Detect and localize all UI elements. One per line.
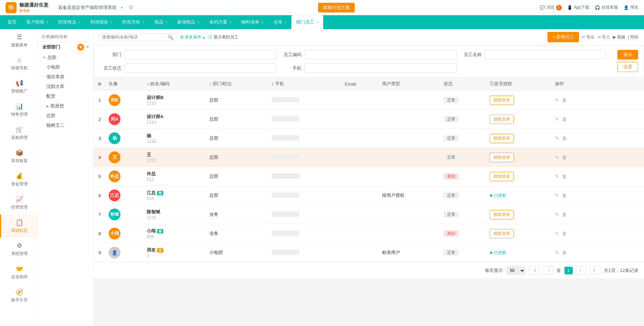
filter-status-select[interactable] xyxy=(124,63,276,73)
auth-btn[interactable]: 授权登录 xyxy=(490,134,514,143)
sidebar-item-collab[interactable]: 🤝 企业协同 xyxy=(0,261,38,284)
sidebar-item-search[interactable]: ☰ 搜索菜单 xyxy=(0,29,38,52)
delete-btn[interactable]: 🗑 xyxy=(562,116,567,122)
nav-item-history[interactable]: 经营历程 × xyxy=(117,15,149,29)
dept-node-shuangzuo[interactable]: ▶ 双座想 xyxy=(38,101,93,111)
page-last-btn[interactable]: 》 xyxy=(590,266,600,275)
edit-btn[interactable]: ✎ xyxy=(555,250,559,255)
close-icon[interactable]: × xyxy=(78,20,80,24)
nav-item-dept[interactable]: 部门员工 × xyxy=(291,15,323,29)
dept-node-zhishu[interactable]: 植树王二 xyxy=(38,121,93,130)
delete-btn[interactable]: 🗑 xyxy=(562,250,567,255)
help-btn[interactable]: | 帮助 xyxy=(628,34,638,40)
edit-btn[interactable]: ✎ xyxy=(555,155,559,160)
nav-item-barcode[interactable]: 条码方案 × xyxy=(205,15,236,29)
reset-btn[interactable]: 设置 xyxy=(617,62,638,72)
page-size-select[interactable]: 50 100 200 xyxy=(506,266,525,275)
dept-node-root[interactable]: ▼ 总部 xyxy=(38,53,93,62)
more-filter-btn[interactable]: ⊞ 更多条件 ▴ xyxy=(180,34,205,40)
dept-node-project[interactable]: 项目库房 xyxy=(38,72,93,82)
sidebar-item-system[interactable]: ⚙ 系统管理 xyxy=(0,238,38,261)
close-icon[interactable]: × xyxy=(197,20,199,24)
nav-item-goods[interactable]: 商品 × xyxy=(149,15,172,29)
search-input[interactable] xyxy=(102,35,168,39)
online-service-btn[interactable]: 🎧 在线客服 xyxy=(595,5,618,10)
edit-btn[interactable]: ✎ xyxy=(555,212,559,217)
search-icon[interactable]: 🔍 xyxy=(168,35,173,40)
close-icon[interactable]: × xyxy=(46,20,48,24)
try-btn[interactable]: 体验行业方案 xyxy=(318,3,355,12)
close-icon[interactable]: × xyxy=(110,20,112,24)
dept-node-peihuo[interactable]: 配货 xyxy=(38,91,93,101)
filter-name-input[interactable] xyxy=(484,50,606,59)
delete-btn[interactable]: 🗑 xyxy=(562,155,567,160)
filter-phone-input[interactable] xyxy=(304,63,456,73)
auth-btn[interactable]: 授权登录 xyxy=(490,96,514,105)
app-download-btn[interactable]: 📱 App下载 xyxy=(567,5,589,10)
sys-dropdown-icon[interactable]: ▾ xyxy=(121,5,123,10)
auth-btn[interactable]: 授权登录 xyxy=(490,115,514,124)
dept-collapse-btn[interactable]: « xyxy=(86,44,89,51)
col-name[interactable]: ↕ 姓名/编码 xyxy=(144,77,206,91)
edit-btn[interactable]: ✎ xyxy=(555,174,559,179)
sidebar-item-management[interactable]: 📈 经营管理 xyxy=(0,191,38,214)
msg-btn[interactable]: 💬 消息 5 xyxy=(540,5,562,10)
dept-node-zongbu[interactable]: 总部 xyxy=(38,111,93,121)
page-first-btn[interactable]: 《 xyxy=(529,266,539,275)
nav-item-home[interactable]: 首页 xyxy=(3,15,21,29)
nav-item-profit[interactable]: 利润报告 × xyxy=(85,15,117,29)
close-icon[interactable]: × xyxy=(284,20,287,24)
delete-btn[interactable]: 🗑 xyxy=(562,174,567,179)
edit-btn[interactable]: ✎ xyxy=(555,116,559,122)
delete-btn[interactable]: 🗑 xyxy=(562,231,567,236)
auth-btn[interactable]: 授权登录 xyxy=(490,153,514,162)
close-icon-dept[interactable]: × xyxy=(316,20,318,24)
page-prev-btn[interactable]: 〈 xyxy=(543,266,553,275)
sidebar-item-finance[interactable]: 💰 资金管理 xyxy=(0,168,38,191)
nav-item-warehouse[interactable]: 仓库 × xyxy=(269,15,291,29)
sidebar-item-basic[interactable]: 📋 基础信息 xyxy=(0,214,38,238)
col-dept[interactable]: ↕ 部门/职位 xyxy=(207,77,269,91)
sidebar-item-shortcut[interactable]: ⌂ 快捷导航 xyxy=(0,52,38,75)
sidebar-item-inventory[interactable]: 📦 库存核算 xyxy=(0,145,38,168)
dept-node-xiaodian[interactable]: 小电部 xyxy=(38,62,93,72)
edit-btn[interactable]: ✎ xyxy=(555,97,559,103)
close-icon[interactable]: × xyxy=(229,20,232,24)
filter-code-input[interactable] xyxy=(304,50,456,59)
delete-btn[interactable]: 🗑 xyxy=(562,212,567,217)
nav-item-business[interactable]: 经营情况 × xyxy=(53,15,85,29)
add-employee-btn[interactable]: + 新增员工 xyxy=(547,32,579,42)
auth-btn[interactable]: 授权登录 xyxy=(490,172,514,181)
sidebar-item-marketing[interactable]: 📢 营销推广 xyxy=(0,75,38,98)
query-btn[interactable]: 查询 xyxy=(617,50,638,60)
auth-btn[interactable]: 授权登录 xyxy=(490,210,514,219)
delete-btn[interactable]: 🗑 xyxy=(562,97,567,103)
dept-node-shenyang[interactable]: 沈阳大库 xyxy=(38,82,93,91)
col-phone[interactable]: ↕ 手机 xyxy=(269,77,342,91)
nav-item-customer[interactable]: 客户联络 × xyxy=(21,15,53,29)
filter-dept-select[interactable] xyxy=(124,50,276,59)
edit-btn[interactable]: ✎ xyxy=(555,193,559,198)
nav-item-add-goods[interactable]: 新增商品 × xyxy=(172,15,204,29)
sidebar-item-purchase[interactable]: 🛒 采购管理 xyxy=(0,122,38,145)
show-resign-checkbox[interactable]: ☑ xyxy=(208,35,212,39)
edit-btn[interactable]: ✎ xyxy=(555,231,559,236)
edit-btn[interactable]: ✎ xyxy=(555,135,559,141)
auth-btn[interactable]: 授权登录 xyxy=(490,229,514,238)
view-btn[interactable]: ▶ 视频 xyxy=(613,34,625,40)
close-icon[interactable]: × xyxy=(142,20,144,24)
page-next-btn[interactable]: 〉 xyxy=(576,266,587,275)
sidebar-item-guide[interactable]: 🧭 新手引导 xyxy=(0,284,38,307)
delete-btn[interactable]: 🗑 xyxy=(562,193,567,198)
delete-btn[interactable]: 🗑 xyxy=(562,135,567,141)
export-btn[interactable]: ↩ 导出 xyxy=(582,34,595,40)
close-icon[interactable]: × xyxy=(261,20,263,24)
dept-search-input[interactable] xyxy=(42,34,93,39)
user-avatar[interactable]: 👤 用友 xyxy=(624,5,638,10)
close-icon[interactable]: × xyxy=(165,20,167,24)
col-settings[interactable]: ⚙ xyxy=(93,77,106,91)
sidebar-item-sales[interactable]: 📊 销售管理 xyxy=(0,98,38,122)
nav-item-bom[interactable]: 物料清单 × xyxy=(236,15,268,29)
settings-icon[interactable]: ⚙ xyxy=(128,4,133,11)
page-current-btn[interactable]: 1 xyxy=(564,267,573,274)
